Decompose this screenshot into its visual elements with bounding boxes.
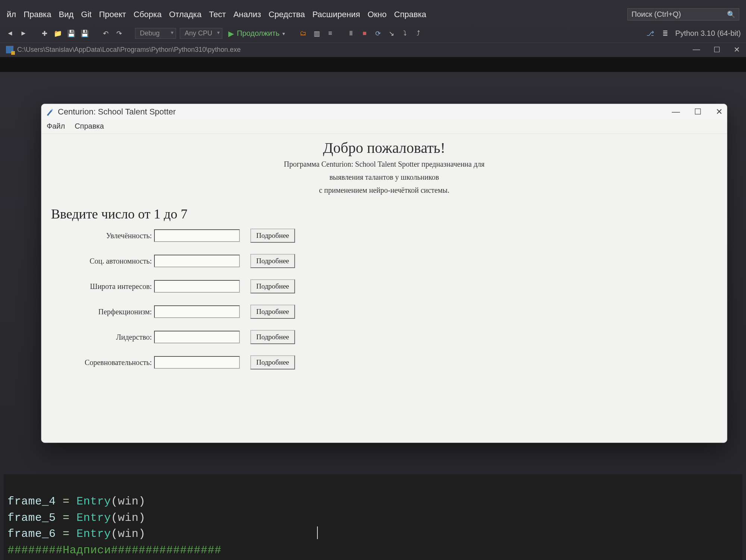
console-minimize-icon[interactable]: — <box>693 45 700 54</box>
menu-edit[interactable]: Правка <box>23 10 51 19</box>
code-token: Entry <box>76 495 111 508</box>
menu-analyze[interactable]: Анализ <box>233 10 261 19</box>
menu-view[interactable]: Вид <box>59 10 73 19</box>
app-menubar: Файл Справка <box>41 120 727 134</box>
label-social-autonomy: Соц. автономность: <box>57 257 154 265</box>
continue-label: Продолжить <box>237 29 279 38</box>
branch-icon[interactable]: ⎇ <box>645 29 655 38</box>
label-leadership: Лидерство: <box>57 333 154 342</box>
app-menu-help[interactable]: Справка <box>75 122 104 130</box>
stop-button[interactable]: ■ <box>360 29 369 38</box>
console-tab: C:\Users\Stanislav\AppData\Local\Program… <box>0 43 746 57</box>
save-icon[interactable]: 💾 <box>66 29 76 38</box>
new-item-icon[interactable]: ✚ <box>40 29 49 38</box>
restart-button[interactable]: ⟳ <box>373 29 383 38</box>
details-button-leadership[interactable]: Подробнее <box>250 330 295 344</box>
menu-extensions[interactable]: Расширения <box>312 10 360 19</box>
python-icon <box>6 46 13 53</box>
code-token: ) <box>139 512 146 524</box>
code-token: = <box>56 512 77 524</box>
editor-code-view[interactable]: frame_4 = Entry(win) frame_5 = Entry(win… <box>4 474 742 560</box>
code-token: frame_6 <box>7 528 56 540</box>
details-button-competitiveness[interactable]: Подробнее <box>250 355 295 369</box>
input-perfectionism[interactable] <box>154 305 240 318</box>
input-social-autonomy[interactable] <box>154 255 240 267</box>
pause-button[interactable]: ⏸ <box>346 29 356 38</box>
details-button-perfectionism[interactable]: Подробнее <box>250 305 295 319</box>
code-token: ( <box>111 528 118 540</box>
list-icon[interactable]: ≣ <box>660 29 670 38</box>
input-interest-breadth[interactable] <box>154 280 240 293</box>
input-enthusiasm[interactable] <box>154 229 240 242</box>
menu-build[interactable]: Сборка <box>134 10 162 19</box>
search-icon: 🔍 <box>727 10 735 19</box>
open-folder-icon[interactable]: 📁 <box>53 29 63 38</box>
input-competitiveness[interactable] <box>154 356 240 369</box>
details-button-social-autonomy[interactable]: Подробнее <box>250 254 295 268</box>
ide-toolbar: ◄ ► ✚ 📁 💾 💾 ↶ ↷ Debug Any CPU ▶ Продолжи… <box>0 26 746 43</box>
nav-back-icon[interactable]: ◄ <box>5 29 15 38</box>
platform-combo[interactable]: Any CPU <box>180 28 222 39</box>
menu-debug[interactable]: Отладка <box>169 10 201 19</box>
details-button-enthusiasm[interactable]: Подробнее <box>250 229 295 243</box>
row-enthusiasm: Увлечённость: Подробнее <box>57 229 720 243</box>
app-title: Centurion: School Talent Spotter <box>58 107 176 117</box>
code-token: = <box>56 495 77 508</box>
code-token: win <box>118 512 139 524</box>
step-over-icon[interactable]: ⤵ <box>400 29 410 38</box>
welcome-subtitle-1: Программа Centurion: School Talent Spott… <box>49 159 720 170</box>
row-competitiveness: Соревновательность: Подробнее <box>57 355 720 369</box>
console-path: C:\Users\Stanislav\AppData\Local\Program… <box>17 46 241 54</box>
redo-icon[interactable]: ↷ <box>114 29 124 38</box>
console-maximize-icon[interactable]: ☐ <box>714 45 720 54</box>
label-competitiveness: Соревновательность: <box>57 358 154 367</box>
row-leadership: Лидерство: Подробнее <box>57 330 720 344</box>
undo-icon[interactable]: ↶ <box>101 29 110 38</box>
details-button-interest-breadth[interactable]: Подробнее <box>250 279 295 293</box>
code-comment: ########Надписи################ <box>7 544 222 557</box>
row-perfectionism: Перфекционизм: Подробнее <box>57 305 720 319</box>
criteria-form: Увлечённость: Подробнее Соц. автономност… <box>49 229 720 369</box>
hot-reload-icon[interactable]: 🗂 <box>298 29 308 38</box>
app-window: Centurion: School Talent Spotter — ☐ ✕ Ф… <box>41 104 727 443</box>
menu-help[interactable]: Справка <box>394 10 426 19</box>
label-perfectionism: Перфекционизм: <box>57 308 154 316</box>
code-token: frame_4 <box>7 495 56 508</box>
welcome-heading: Добро пожаловать! <box>49 139 720 157</box>
menu-file[interactable]: йл <box>7 10 16 19</box>
menu-project[interactable]: Проект <box>99 10 126 19</box>
code-token: ) <box>139 495 146 508</box>
code-token: ( <box>111 512 118 524</box>
console-close-icon[interactable]: ✕ <box>734 45 740 54</box>
settings-stack-icon[interactable]: ≡ <box>325 29 335 38</box>
menu-git[interactable]: Git <box>81 10 91 19</box>
label-enthusiasm: Увлечённость: <box>57 232 154 240</box>
config-combo[interactable]: Debug <box>135 28 176 39</box>
menu-tools[interactable]: Средства <box>269 10 305 19</box>
ide-search-placeholder: Поиск (Ctrl+Q) <box>631 10 681 19</box>
app-close-button[interactable]: ✕ <box>716 107 723 117</box>
code-token: frame_5 <box>7 512 56 524</box>
step-into-icon[interactable]: ↘ <box>386 29 396 38</box>
save-all-icon[interactable]: 💾 <box>80 29 90 38</box>
nav-fwd-icon[interactable]: ► <box>19 29 28 38</box>
app-titlebar: Centurion: School Talent Spotter — ☐ ✕ <box>41 104 727 120</box>
menu-window[interactable]: Окно <box>367 10 386 19</box>
code-token: Entry <box>76 512 111 524</box>
chevron-down-icon: ▾ <box>282 31 285 37</box>
continue-button[interactable]: ▶ Продолжить ▾ <box>226 28 287 39</box>
input-prompt: Введите число от 1 до 7 <box>51 206 717 222</box>
step-out-icon[interactable]: ⤴ <box>413 29 423 38</box>
text-caret <box>317 526 318 539</box>
input-leadership[interactable] <box>154 331 240 343</box>
ide-shell: йл Правка Вид Git Проект Сборка Отладка … <box>0 0 746 560</box>
layout-icon[interactable]: ▥ <box>312 29 322 38</box>
app-minimize-button[interactable]: — <box>672 107 680 117</box>
app-menu-file[interactable]: Файл <box>47 122 65 130</box>
ide-search-box[interactable]: Поиск (Ctrl+Q) 🔍 <box>627 8 739 21</box>
python-env-label[interactable]: Python 3.10 (64-bit) <box>675 29 741 38</box>
app-maximize-button[interactable]: ☐ <box>694 107 702 117</box>
ide-menubar: йл Правка Вид Git Проект Сборка Отладка … <box>0 0 746 26</box>
menu-test[interactable]: Тест <box>209 10 226 19</box>
tk-logo-icon <box>46 108 54 116</box>
